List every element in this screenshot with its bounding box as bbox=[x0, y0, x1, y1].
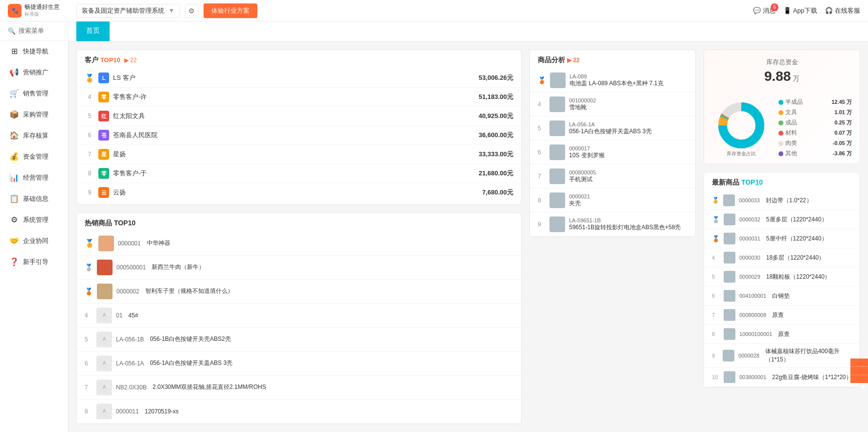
mid-column: 商品分析 ▶ 22 🥉 LA-089 电池盖 LA-089 ABS本色+黑种 7… bbox=[529, 49, 696, 424]
product-thumbnail: A bbox=[96, 332, 112, 347]
list-item: 🥉 LA-089 电池盖 LA-089 ABS本色+黑种 7.1克 bbox=[530, 69, 695, 93]
quick-nav-icon: ⊞ bbox=[9, 47, 19, 56]
product-thumbnail: A bbox=[96, 308, 112, 323]
float-buttons: 客服热线 服务社区 直播 bbox=[850, 359, 868, 383]
customer-badge: 红 bbox=[98, 111, 109, 121]
message-badge: 6 bbox=[771, 3, 778, 11]
sidebar-item-inventory[interactable]: 🏠 库存核算 bbox=[0, 125, 68, 146]
product-thumbnail bbox=[723, 350, 734, 361]
list-item: 5 A LA-056-1B 056-1B白色按键开关壳ABS2壳 bbox=[77, 328, 521, 352]
table-row: 10 肖 肖总 7,563.00元 bbox=[77, 202, 521, 205]
new-products-card: 最新商品 TOP10 🏅 0000033 封边带（1.0*22） 🥈 bbox=[704, 172, 860, 387]
settings-icon[interactable]: ⚙ bbox=[185, 4, 199, 18]
table-row: 7 星 星扬 33,333.00元 bbox=[77, 145, 521, 164]
legend-item: 其他 -3.86 万 bbox=[778, 148, 852, 159]
product-thumbnail bbox=[724, 328, 735, 340]
sidebar-item-marketing[interactable]: 📢 营销推广 bbox=[0, 62, 68, 83]
search-menu-button[interactable]: 🔍 搜索菜单 bbox=[0, 22, 68, 41]
sidebar-item-purchase[interactable]: 📦 采购管理 bbox=[0, 104, 68, 125]
system-selector[interactable]: 装备及固定资产辅助管理系统 ▼ bbox=[76, 4, 180, 18]
left-column: 客户 TOP10 ▶ 22 🏅 L LS 客户 53,006.26元 bbox=[76, 49, 522, 424]
product-thumbnail bbox=[724, 309, 735, 321]
trial-button[interactable]: 体验行业方案 bbox=[204, 3, 257, 18]
list-item: 9 LA-59651-1B 59651-1B旋转投影灯电池盒ABS黑色+58壳 bbox=[530, 213, 695, 237]
legend-dot bbox=[778, 100, 783, 105]
legend-dot bbox=[778, 141, 783, 146]
finance-icon: 💰 bbox=[9, 152, 19, 161]
product-thumbnail: A bbox=[96, 356, 112, 371]
mobile-icon: 📱 bbox=[783, 7, 791, 14]
nav-tabs: 首页 bbox=[69, 22, 868, 42]
legend-item: 材料 0.07 万 bbox=[778, 128, 852, 138]
list-item: 4 0000030 18多层（1220*2440） bbox=[704, 248, 860, 267]
donut-chart: 库存资金占比 bbox=[712, 98, 771, 157]
list-item: 9 0000028 体械嘉核味苏打饮品400毫升（1*15） bbox=[704, 344, 860, 368]
product-thumbnail bbox=[724, 252, 735, 264]
hot-products-list: 🏅 0000001 中华神器 🥈 000500001 新西兰牛肉（新牛） bbox=[77, 232, 521, 424]
customer-ranking-card: 客户 TOP10 ▶ 22 🏅 L LS 客户 53,006.26元 bbox=[76, 49, 522, 205]
sidebar-item-sales[interactable]: 🛒 销售管理 bbox=[0, 83, 68, 104]
sidebar-item-finance[interactable]: 💰 资金管理 bbox=[0, 146, 68, 167]
product-thumbnail bbox=[97, 284, 113, 299]
chart-legend: 半成品 12.45 万 文具 1.01 万 bbox=[778, 97, 852, 159]
sidebar-item-operation[interactable]: 📊 经营管理 bbox=[0, 167, 68, 188]
list-item: 7 000800008 原查 bbox=[704, 306, 860, 325]
marketing-icon: 📢 bbox=[9, 68, 19, 77]
sidebar-item-cooperation[interactable]: 🤝 企业协同 bbox=[0, 230, 68, 251]
customer-badge: 零 bbox=[98, 168, 109, 179]
medal-icon: 🥈 bbox=[712, 216, 720, 223]
search-icon: 🔍 bbox=[8, 27, 16, 35]
legend-dot bbox=[778, 131, 783, 136]
sidebar-item-system[interactable]: ⚙ 系统管理 bbox=[0, 209, 68, 230]
operation-icon: 📊 bbox=[9, 173, 19, 182]
legend-item: 半成品 12.45 万 bbox=[778, 97, 852, 107]
chevron-down-icon: ▼ bbox=[168, 7, 175, 14]
legend-item: 文具 1.01 万 bbox=[778, 107, 852, 118]
float-live-button[interactable]: 直播 bbox=[850, 375, 868, 383]
product-thumbnail bbox=[549, 144, 565, 160]
sales-product-list: 🥉 LA-089 电池盖 LA-089 ABS本色+黑种 7.1克 4 bbox=[530, 69, 695, 237]
list-item: 5 0000029 18颗粒板（1220*2440） bbox=[704, 267, 860, 287]
message-icon: 💬 bbox=[753, 7, 761, 14]
right-column: 库存总资金 9.88 万 bbox=[704, 49, 860, 424]
headset-icon: 🎧 bbox=[825, 7, 833, 14]
newbie-icon: ❓ bbox=[9, 257, 19, 266]
product-thumbnail bbox=[550, 72, 566, 88]
legend-dot bbox=[778, 151, 783, 156]
sales-ranking-card: 商品分析 ▶ 22 🥉 LA-089 电池盖 LA-089 ABS本色+黑种 7… bbox=[529, 49, 696, 237]
inventory-icon: 🏠 bbox=[9, 131, 19, 140]
logo-icon: 🐾 bbox=[8, 4, 22, 18]
sidebar-item-basic[interactable]: 📋 基础信息 bbox=[0, 188, 68, 209]
service-button[interactable]: 🎧 在线客服 bbox=[825, 6, 860, 15]
medal-icon: 🥉 bbox=[712, 235, 720, 242]
list-item: 6 A LA-056-1A 056-1A白色按键开关盖ABS 3壳 bbox=[77, 352, 521, 376]
float-service-button[interactable]: 客服热线 bbox=[850, 359, 868, 367]
purchase-icon: 📦 bbox=[9, 110, 19, 119]
table-row: 6 苍 苍南县人民医院 36,600.00元 bbox=[77, 126, 521, 145]
table-row: 🏅 L LS 客户 53,006.26元 bbox=[77, 69, 521, 88]
list-item: 6 0000017 10S 变刹罗猴 bbox=[530, 141, 695, 165]
product-thumbnail bbox=[724, 233, 735, 244]
list-item: 4 A 01 45# bbox=[77, 304, 521, 328]
legend-item: 成品 0.25 万 bbox=[778, 118, 852, 128]
medal-gold-icon: 🏅 bbox=[85, 239, 94, 248]
hot-products-card: 热销商品 TOP10 🏅 0000001 中华神器 🥈 bbox=[76, 213, 522, 424]
product-thumbnail bbox=[724, 271, 735, 283]
table-row: 9 云 云扬 7,680.00元 bbox=[77, 183, 521, 202]
message-button[interactable]: 💬 消息 6 bbox=[753, 6, 776, 15]
cooperation-icon: 🤝 bbox=[9, 236, 19, 245]
product-thumbnail bbox=[549, 192, 565, 208]
medal-silver-icon: 🥈 bbox=[85, 264, 93, 271]
top-right-actions: 💬 消息 6 📱 App下载 🎧 在线客服 bbox=[753, 6, 860, 15]
list-item: 7 000800005 手机测试 bbox=[530, 165, 695, 189]
sidebar-item-newbie[interactable]: ❓ 新手引导 bbox=[0, 251, 68, 272]
app-download-button[interactable]: 📱 App下载 bbox=[783, 6, 817, 15]
customer-badge: 苍 bbox=[98, 130, 109, 141]
sidebar: 🔍 搜索菜单 ⊞ 快捷导航 📢 营销推广 🛒 销售管理 📦 采购管理 🏠 库存核… bbox=[0, 22, 69, 432]
legend-dot bbox=[778, 120, 783, 125]
list-item: 🥉 0000002 智利车子里（规格不知道填什么） bbox=[77, 280, 521, 304]
page-content: 客户 TOP10 ▶ 22 🏅 L LS 客户 53,006.26元 bbox=[69, 42, 868, 432]
float-community-button[interactable]: 服务社区 bbox=[850, 367, 868, 375]
sidebar-item-quick-nav[interactable]: ⊞ 快捷导航 bbox=[0, 41, 68, 62]
tab-home[interactable]: 首页 bbox=[76, 22, 110, 41]
